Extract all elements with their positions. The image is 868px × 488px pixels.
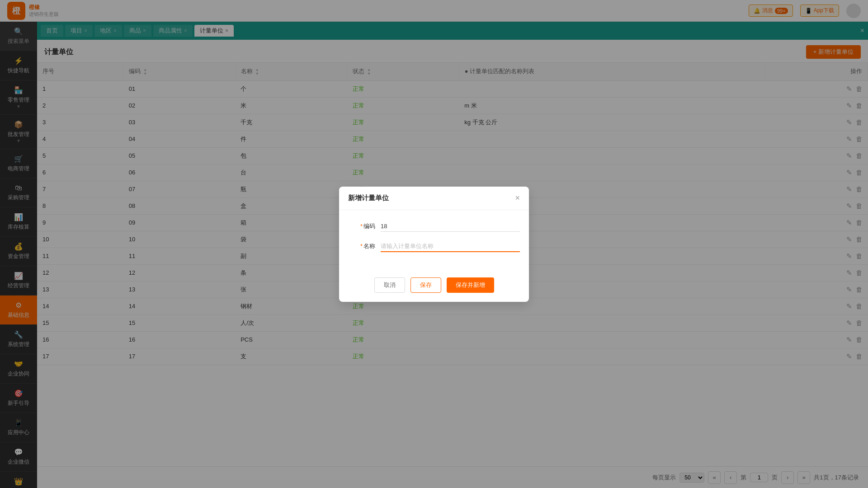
add-unit-modal: 新增计量单位 × *编码 *名称 取消 保存 保存并新增 xyxy=(339,187,529,302)
cancel-button[interactable]: 取消 xyxy=(374,277,405,293)
code-required-mark: * xyxy=(360,223,363,230)
code-label: *编码 xyxy=(348,222,375,230)
modal-title: 新增计量单位 xyxy=(348,194,389,202)
save-and-new-button[interactable]: 保存并新增 xyxy=(447,277,494,293)
code-input[interactable] xyxy=(381,221,520,232)
save-button[interactable]: 保存 xyxy=(410,277,441,293)
modal-body: *编码 *名称 xyxy=(339,210,529,272)
name-input[interactable] xyxy=(381,241,520,252)
modal-footer: 取消 保存 保存并新增 xyxy=(339,272,529,302)
modal-close-btn[interactable]: × xyxy=(515,194,520,202)
code-form-row: *编码 xyxy=(348,221,520,232)
name-required-mark: * xyxy=(360,243,363,249)
name-form-row: *名称 xyxy=(348,241,520,252)
name-label: *名称 xyxy=(348,242,375,250)
modal-overlay[interactable]: 新增计量单位 × *编码 *名称 取消 保存 保存并新增 xyxy=(0,0,868,488)
modal-header: 新增计量单位 × xyxy=(339,187,529,210)
